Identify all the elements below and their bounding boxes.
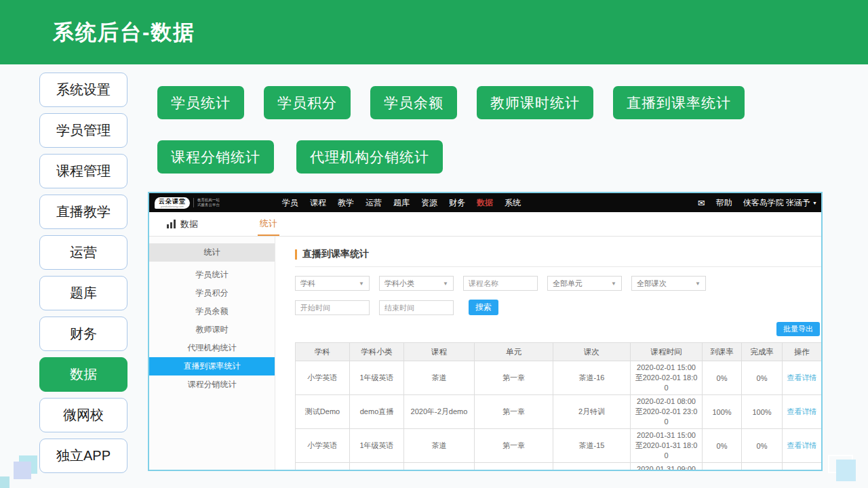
lesson-select-value: 全部课次 bbox=[637, 279, 667, 289]
decoration-square bbox=[0, 476, 9, 488]
page-title: 系统后台-数据 bbox=[53, 18, 195, 47]
chip-student-points[interactable]: 学员积分 bbox=[264, 86, 351, 119]
chip-student-balance[interactable]: 学员余额 bbox=[370, 86, 457, 119]
search-button[interactable]: 搜索 bbox=[469, 300, 498, 315]
chevron-down-icon: ▼ bbox=[695, 281, 701, 287]
view-details-link[interactable]: 查看详情 bbox=[787, 407, 817, 415]
sub-item-student-balance[interactable]: 学员余额 bbox=[149, 302, 275, 321]
cell-completion-rate: 0% bbox=[742, 429, 783, 463]
cell-unit: 第一章 bbox=[475, 395, 553, 429]
tagline-line-1: 教育机构一站 bbox=[197, 198, 220, 203]
nav-item-resources[interactable]: 资源 bbox=[421, 197, 437, 209]
nav-item-courses[interactable]: 课程 bbox=[310, 197, 326, 209]
brand-logo: 云朵课堂 yunduoketang.com 教育机构一站 式服务云平台 bbox=[155, 197, 220, 209]
sub-item-agency-stats[interactable]: 代理机构统计 bbox=[149, 339, 275, 357]
cell-subject: 测试Demo bbox=[296, 395, 350, 429]
start-time-input[interactable] bbox=[295, 300, 370, 315]
sidebar: 系统设置 学员管理 课程管理 直播教学 运营 题库 财务 数据 微网校 独立AP… bbox=[39, 73, 127, 473]
tab-statistics[interactable]: 统计 bbox=[258, 212, 279, 236]
title-divider bbox=[295, 266, 821, 267]
nav-item-question-bank[interactable]: 题库 bbox=[393, 197, 410, 209]
chip-agency-distribution-stats[interactable]: 代理机构分销统计 bbox=[296, 140, 443, 174]
chip-student-stats[interactable]: 学员统计 bbox=[157, 86, 244, 119]
nav-item-finance[interactable]: 财务 bbox=[449, 197, 465, 209]
section-title: 直播到课率统计 bbox=[295, 248, 369, 260]
cell-course-time: 2020-01-31 09:00至2020-01-31 18:00 bbox=[631, 463, 703, 472]
cell-unit: 第一章 bbox=[475, 429, 553, 463]
cell-subject: 小学英语 bbox=[296, 429, 350, 463]
column-header: 单元 bbox=[475, 343, 553, 361]
admin-nav-menu: 学员 课程 教学 运营 题库 资源 财务 数据 系统 bbox=[282, 197, 521, 209]
chevron-down-icon: ▼ bbox=[443, 281, 448, 287]
table-header-row: 学科 学科小类 课程 单元 课次 课程时间 到课率 完成率 操作 bbox=[296, 343, 822, 361]
sidebar-item-course-management[interactable]: 课程管理 bbox=[39, 154, 127, 188]
cell-course-time: 2020-01-31 15:00至2020-01-31 18:00 bbox=[631, 429, 703, 463]
sidebar-item-micro-school[interactable]: 微网校 bbox=[39, 398, 127, 432]
sub-item-course-distribution-stats[interactable]: 课程分销统计 bbox=[149, 375, 275, 394]
column-header: 课程 bbox=[404, 343, 475, 361]
column-header: 学科小类 bbox=[350, 343, 404, 361]
chip-course-distribution-stats[interactable]: 课程分销统计 bbox=[157, 140, 274, 174]
end-time-input[interactable] bbox=[379, 300, 454, 315]
course-name-input[interactable] bbox=[463, 276, 538, 291]
column-header: 课次 bbox=[553, 343, 631, 361]
nav-item-operations[interactable]: 运营 bbox=[366, 197, 382, 209]
subject-select[interactable]: 学科 ▼ bbox=[295, 276, 370, 291]
decoration-square bbox=[836, 460, 856, 481]
cell-actions: 查看详情 bbox=[783, 361, 822, 395]
cell-completion-rate: 0% bbox=[742, 361, 783, 395]
sidebar-item-finance[interactable]: 财务 bbox=[39, 317, 127, 351]
sidebar-item-question-bank[interactable]: 题库 bbox=[39, 276, 127, 310]
nav-item-students[interactable]: 学员 bbox=[282, 197, 298, 209]
cell-course: 2020年-2月demo bbox=[404, 395, 475, 429]
cell-course-time: 2020-02-01 15:00至2020-02-01 18:00 bbox=[631, 361, 703, 395]
page-header: 系统后台-数据 bbox=[0, 0, 868, 64]
table-row: 小学英语 1年级英语 茶道 第一章 茶道-16 2020-02-01 15:00… bbox=[296, 361, 822, 395]
lesson-select[interactable]: 全部课次 ▼ bbox=[631, 276, 706, 291]
sidebar-item-operations[interactable]: 运营 bbox=[39, 235, 127, 270]
table-row: 小学英语 1年级英语 茶道 第一章 茶道-15 2020-01-31 15:00… bbox=[296, 429, 822, 463]
unit-select[interactable]: 全部单元 ▼ bbox=[547, 276, 622, 291]
mail-icon[interactable]: ✉ bbox=[698, 198, 705, 208]
cell-course: 寒假辅导 bbox=[404, 463, 475, 472]
cell-attendance-rate: 0% bbox=[703, 361, 742, 395]
chip-live-attendance-stats[interactable]: 直播到课率统计 bbox=[613, 86, 745, 119]
sidebar-item-data[interactable]: 数据 bbox=[39, 357, 127, 392]
cell-subject: 小学英语 bbox=[296, 463, 350, 472]
stats-sub-sidebar: 统计 学员统计 学员积分 学员余额 教师课时 代理机构统计 直播到课率统计 课程… bbox=[149, 237, 275, 470]
sidebar-item-standalone-app[interactable]: 独立APP bbox=[39, 439, 127, 473]
sidebar-item-student-management[interactable]: 学员管理 bbox=[39, 113, 127, 148]
sub-item-live-attendance-stats[interactable]: 直播到课率统计 bbox=[149, 357, 275, 375]
cell-unit: 第一章 bbox=[475, 463, 553, 472]
attendance-table: 学科 学科小类 课程 单元 课次 课程时间 到课率 完成率 操作 小学英语 1年 bbox=[295, 342, 822, 471]
help-link[interactable]: 帮助 bbox=[716, 197, 732, 209]
sidebar-item-system-settings[interactable]: 系统设置 bbox=[39, 73, 127, 107]
sub-item-student-stats[interactable]: 学员统计 bbox=[149, 266, 275, 284]
admin-screenshot-panel: 云朵课堂 yunduoketang.com 教育机构一站 式服务云平台 学员 课… bbox=[148, 192, 823, 471]
view-details-link[interactable]: 查看详情 bbox=[787, 373, 817, 382]
nav-item-data-active[interactable]: 数据 bbox=[477, 197, 493, 209]
column-header: 课程时间 bbox=[631, 343, 703, 361]
cell-subject: 小学英语 bbox=[296, 361, 350, 395]
cell-subject-subtype: 1年级英语 bbox=[350, 361, 404, 395]
chevron-down-icon: ▼ bbox=[359, 281, 364, 287]
bulk-export-button[interactable]: 批量导出 bbox=[776, 322, 820, 336]
subject-subtype-select[interactable]: 学科小类 ▼ bbox=[379, 276, 454, 291]
filter-row-2: 搜索 bbox=[295, 300, 498, 315]
nav-item-system[interactable]: 系统 bbox=[505, 197, 521, 209]
chip-teacher-hours-stats[interactable]: 教师课时统计 bbox=[477, 86, 593, 119]
view-details-link[interactable]: 查看详情 bbox=[787, 441, 817, 449]
subject-subtype-value: 学科小类 bbox=[384, 279, 414, 289]
sidebar-item-live-teaching[interactable]: 直播教学 bbox=[39, 195, 127, 229]
sub-item-student-points[interactable]: 学员积分 bbox=[149, 284, 275, 302]
cell-actions: 查看详情 bbox=[783, 429, 822, 463]
cell-attendance-rate: 0% bbox=[703, 463, 742, 472]
cell-unit: 第一章 bbox=[475, 361, 553, 395]
sub-item-teacher-hours[interactable]: 教师课时 bbox=[149, 321, 275, 339]
section-title-text: 直播到课率统计 bbox=[302, 248, 369, 260]
logo-domain: yunduoketang.com bbox=[161, 205, 184, 208]
nav-item-teaching[interactable]: 教学 bbox=[338, 197, 354, 209]
account-menu[interactable]: 侠客岛学院 张涵予 ▼ bbox=[743, 197, 817, 209]
cell-lesson: 寒假辅导-5 bbox=[553, 463, 631, 472]
cell-actions: 查看详情 bbox=[783, 463, 822, 472]
